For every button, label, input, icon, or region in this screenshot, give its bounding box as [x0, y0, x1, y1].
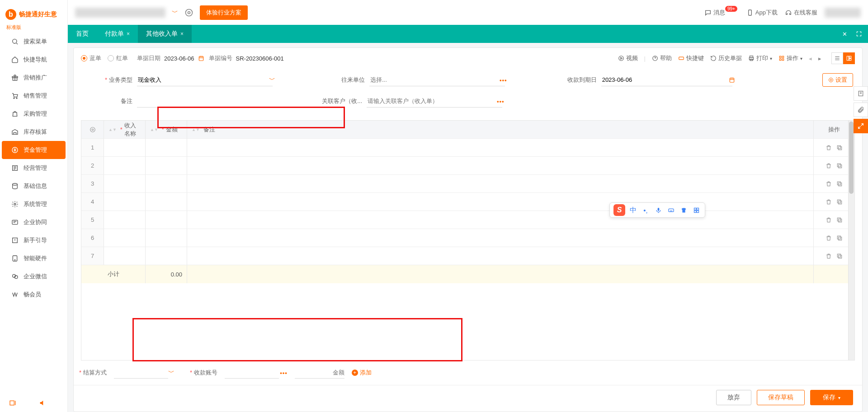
cell-remarks[interactable]: [187, 211, 814, 229]
copy-row-icon[interactable]: [836, 253, 843, 259]
th-income-name[interactable]: ▲▼*收入名称: [104, 121, 146, 139]
print-button[interactable]: 打印▾: [748, 54, 772, 62]
delete-row-icon[interactable]: [826, 253, 832, 259]
cell-remarks[interactable]: [187, 175, 814, 193]
cell-income-name[interactable]: [104, 157, 146, 175]
copy-row-icon[interactable]: [836, 199, 843, 205]
collapse-icon[interactable]: [9, 399, 16, 407]
cell-remarks[interactable]: [187, 157, 814, 175]
video-button[interactable]: 视频: [618, 54, 638, 62]
tab-payment[interactable]: 付款单×: [97, 25, 138, 43]
sound-icon[interactable]: [39, 399, 46, 407]
radio-red[interactable]: 红单: [108, 54, 128, 62]
discard-button[interactable]: 放弃: [716, 390, 751, 405]
nav-marketing[interactable]: 营销推广: [2, 69, 66, 87]
shop-dropdown-icon[interactable]: ﹀: [172, 9, 178, 17]
copy-row-icon[interactable]: [836, 217, 843, 223]
cell-income-name[interactable]: [104, 211, 146, 229]
app-download-link[interactable]: App下载: [746, 9, 778, 17]
cell-amount[interactable]: [146, 229, 187, 247]
account-input[interactable]: [225, 367, 279, 379]
amount-input[interactable]: [295, 367, 344, 379]
rail-note-icon[interactable]: [854, 86, 868, 101]
nav-quick[interactable]: 快捷导航: [2, 51, 66, 69]
cell-amount[interactable]: [146, 157, 187, 175]
radio-blue[interactable]: 蓝单: [81, 54, 101, 62]
delete-row-icon[interactable]: [826, 163, 832, 169]
close-all-icon[interactable]: ✕: [838, 28, 851, 40]
fullscreen-icon[interactable]: [853, 28, 865, 40]
help-button[interactable]: 帮助: [652, 54, 672, 62]
settings-button[interactable]: 设置: [822, 73, 853, 87]
chevron-down-icon[interactable]: ﹀: [168, 369, 175, 377]
cell-remarks[interactable]: [187, 139, 814, 157]
save-draft-button[interactable]: 保存草稿: [757, 390, 805, 405]
remark-input[interactable]: [137, 95, 273, 108]
nav-wechat[interactable]: 企业微信: [2, 267, 66, 286]
cell-amount[interactable]: [146, 193, 187, 211]
cell-remarks[interactable]: [187, 247, 814, 265]
copy-row-icon[interactable]: [836, 181, 843, 187]
delete-row-icon[interactable]: [826, 181, 832, 187]
cell-income-name[interactable]: [104, 139, 146, 157]
cell-income-name[interactable]: [104, 229, 146, 247]
rail-expand-icon[interactable]: [854, 119, 868, 133]
tab-other-income[interactable]: 其他收入单×: [138, 25, 192, 43]
table-row[interactable]: 6: [81, 229, 854, 247]
close-icon[interactable]: ×: [180, 31, 184, 37]
nav-sales[interactable]: 销售管理: [2, 87, 66, 105]
nav-system[interactable]: 系统管理: [2, 195, 66, 213]
close-icon[interactable]: ×: [127, 31, 130, 37]
ime-toolbar[interactable]: S 中 •,: [609, 202, 705, 218]
rel-customer-input[interactable]: [367, 95, 502, 108]
table-row[interactable]: 5: [81, 211, 854, 229]
hotkey-button[interactable]: 快捷键: [678, 54, 704, 62]
rail-attach-icon[interactable]: [854, 103, 868, 117]
cell-amount[interactable]: [146, 175, 187, 193]
nav-hardware[interactable]: 智能硬件: [2, 249, 66, 267]
date-value[interactable]: 2023-06-06: [164, 55, 194, 62]
calendar-icon[interactable]: [198, 55, 204, 61]
delete-row-icon[interactable]: [826, 235, 832, 241]
cell-remarks[interactable]: [187, 193, 814, 211]
messages-link[interactable]: 消息 99+: [704, 9, 739, 17]
cell-amount[interactable]: [146, 247, 187, 265]
cell-amount[interactable]: [146, 211, 187, 229]
delete-row-icon[interactable]: [826, 217, 832, 223]
partner-input[interactable]: [369, 74, 505, 86]
delete-row-icon[interactable]: [826, 199, 832, 205]
user-avatar[interactable]: [825, 8, 861, 18]
save-button[interactable]: 保存▾: [810, 390, 853, 405]
cell-income-name[interactable]: [104, 175, 146, 193]
settle-method-input[interactable]: [114, 367, 168, 379]
nav-inventory[interactable]: 库存核算: [2, 123, 66, 141]
copy-row-icon[interactable]: [836, 163, 843, 169]
scroll-thumb[interactable]: [849, 122, 854, 194]
trial-button[interactable]: 体验行业方案: [200, 5, 248, 20]
delete-row-icon[interactable]: [826, 145, 832, 151]
history-button[interactable]: 历史单据: [710, 54, 742, 62]
copy-row-icon[interactable]: [836, 145, 843, 151]
settings-icon[interactable]: [184, 8, 193, 17]
biz-type-input[interactable]: [137, 74, 273, 86]
table-row[interactable]: 3: [81, 175, 854, 193]
ime-mic-icon[interactable]: [653, 205, 663, 215]
operate-button[interactable]: 操作▾: [778, 54, 802, 62]
ime-punct-icon[interactable]: •,: [641, 205, 651, 215]
more-icon[interactable]: •••: [500, 77, 507, 84]
cell-income-name[interactable]: [104, 247, 146, 265]
table-row[interactable]: 2: [81, 157, 854, 175]
cell-income-name[interactable]: [104, 193, 146, 211]
nav-purchase[interactable]: 采购管理: [2, 105, 66, 123]
shop-name[interactable]: [75, 8, 165, 18]
scrollbar[interactable]: [848, 121, 854, 360]
more-icon[interactable]: •••: [280, 370, 288, 376]
th-settings[interactable]: [81, 121, 104, 139]
th-remarks[interactable]: ▲▼备注: [187, 121, 814, 139]
prev-icon[interactable]: ◂: [809, 55, 812, 62]
nav-basic[interactable]: 基础信息: [2, 177, 66, 195]
table-row[interactable]: 7: [81, 247, 854, 265]
ime-toolbox-icon[interactable]: [691, 205, 701, 215]
nav-collab[interactable]: 企业协同: [2, 213, 66, 231]
ime-skin-icon[interactable]: [679, 205, 689, 215]
